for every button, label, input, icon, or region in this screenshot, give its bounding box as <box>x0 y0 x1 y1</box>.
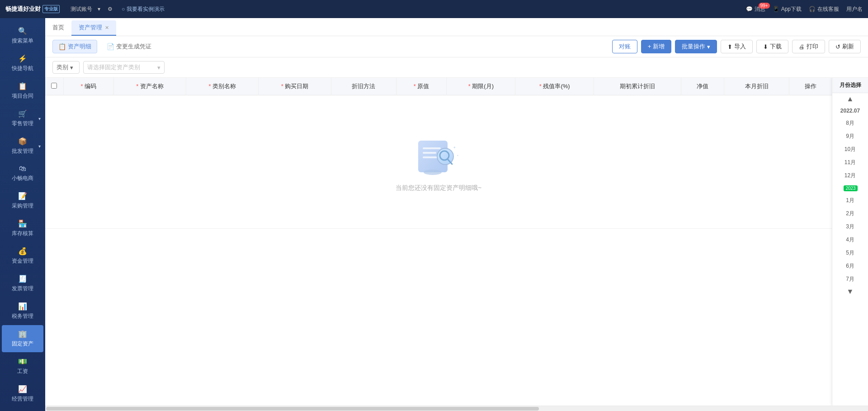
voucher-tab-label: 变更生成凭证 <box>116 43 151 51</box>
sidebar-label-assets: 固定资产 <box>12 340 33 348</box>
month-item-11[interactable]: 11月 <box>832 156 868 169</box>
account-dropdown[interactable]: ▾ <box>98 6 100 12</box>
category-type-select[interactable]: 类别 ▾ <box>52 61 80 74</box>
month-item-1[interactable]: 1月 <box>832 194 868 207</box>
svg-rect-2 <box>423 152 436 154</box>
table-container: 编码 资产名称 类别名称 购买日期 折旧方法 原值 期限(月) 残值率(%) 期… <box>45 78 832 406</box>
app-download-button[interactable]: 📱 App下载 <box>773 5 802 13</box>
empty-text: 当前您还没有固定资产明细哦~ <box>396 184 481 192</box>
sidebar-item-wholesale[interactable]: 📦 批发管理 ▾ <box>2 132 43 160</box>
demo-link[interactable]: ○ 我要看实例演示 <box>122 5 165 13</box>
th-category: 类别名称 <box>186 78 259 95</box>
th-code: 编码 <box>63 78 114 95</box>
duizhang-button[interactable]: 对账 <box>612 40 637 53</box>
print-button[interactable]: 🖨 打印 <box>792 40 825 53</box>
content-area: 📋 资产明细 📄 变更生成凭证 对账 + 新增 批量操作 ▾ ⬆ 导入 <box>45 36 868 411</box>
print-icon: 🖨 <box>799 43 805 50</box>
sidebar-item-purchase[interactable]: 📝 采购管理 <box>2 187 43 214</box>
sidebar-label-operations: 经营管理 <box>12 395 33 403</box>
sidebar-item-salary[interactable]: 💵 工资 <box>2 353 43 380</box>
th-operation: 操作 <box>789 78 832 95</box>
month-item-4[interactable]: 4月 <box>832 233 868 246</box>
tab-bar: 首页 资产管理 ✕ <box>45 18 868 36</box>
month-item-8[interactable]: 8月 <box>832 117 868 130</box>
refresh-icon: ↺ <box>835 43 840 50</box>
sidebar-item-quicknav[interactable]: ⚡ 快捷导航 <box>2 50 43 77</box>
sidebar-item-ecommerce[interactable]: 🛍 小畅电商 <box>2 160 43 187</box>
sub-tabs: 📋 资产明细 📄 变更生成凭证 对账 + 新增 批量操作 ▾ ⬆ 导入 <box>45 36 868 57</box>
sidebar-item-search[interactable]: 🔍 搜索菜单 <box>2 22 43 49</box>
sidebar-label-wholesale: 批发管理 <box>12 147 33 155</box>
message-button[interactable]: 💬 消息 99+ <box>746 5 765 13</box>
add-button[interactable]: + 新增 <box>641 40 671 53</box>
th-original-value: 原值 <box>396 78 447 95</box>
sidebar-item-retail[interactable]: 🛒 零售管理 ▾ <box>2 105 43 132</box>
invoice-icon: 🧾 <box>18 274 27 283</box>
account-name[interactable]: 测试账号 <box>71 5 92 13</box>
th-checkbox <box>45 78 63 95</box>
salary-icon: 💵 <box>18 357 27 366</box>
import-icon: ⬆ <box>727 43 732 50</box>
sidebar-item-tax[interactable]: 📊 税务管理 <box>2 298 43 325</box>
th-depreciation-method: 折旧方法 <box>331 78 396 95</box>
tab-close-icon[interactable]: ✕ <box>105 25 109 31</box>
sidebar-label-finance: 资金管理 <box>12 257 33 265</box>
horizontal-scrollbar[interactable] <box>45 406 868 411</box>
svg-rect-3 <box>423 156 439 158</box>
import-button[interactable]: ⬆ 导入 <box>721 40 753 53</box>
month-item-10[interactable]: 10月 <box>832 143 868 156</box>
select-all-checkbox[interactable] <box>51 83 57 89</box>
sidebar-item-inventory[interactable]: 🏪 库存核算 <box>2 215 43 242</box>
sidebar-label-salary: 工资 <box>17 368 28 375</box>
empty-row: ✦ ✦ 当前您还没有固定资产明细哦~ <box>45 95 832 229</box>
batch-button[interactable]: 批量操作 ▾ <box>675 40 717 53</box>
sidebar-item-finance[interactable]: 💰 资金管理 <box>2 242 43 269</box>
sidebar-item-ledger[interactable]: 📒 总账管理 <box>2 408 43 411</box>
scroll-thumb[interactable] <box>46 407 539 411</box>
month-item-5[interactable]: 5月 <box>832 246 868 260</box>
month-down-button[interactable]: ▼ <box>845 286 856 298</box>
wholesale-icon: 📦 <box>18 137 27 146</box>
sidebar-item-invoice[interactable]: 🧾 发票管理 <box>2 270 43 297</box>
month-item-3[interactable]: 3月 <box>832 220 868 233</box>
tab-assets[interactable]: 资产管理 ✕ <box>71 20 116 36</box>
category-value-select[interactable]: 请选择固定资产类别 ▾ <box>83 61 165 74</box>
message-icon: 💬 <box>746 6 753 12</box>
month-item-12[interactable]: 12月 <box>832 169 868 182</box>
th-name: 资产名称 <box>114 78 186 95</box>
voucher-tab-icon: 📄 <box>107 43 114 50</box>
assets-table: 编码 资产名称 类别名称 购买日期 折旧方法 原值 期限(月) 残值率(%) 期… <box>45 78 832 229</box>
sidebar-label-search: 搜索菜单 <box>12 37 33 45</box>
top-bar: 畅捷通好业财 专业版 测试账号 ▾ ⚙ ○ 我要看实例演示 💬 消息 99+ 📱… <box>0 0 868 18</box>
tab-home[interactable]: 首页 <box>45 20 71 36</box>
month-year-2022[interactable]: 2022.07 <box>832 105 868 117</box>
user-name[interactable]: 用户名 <box>846 5 863 13</box>
month-item-9[interactable]: 9月 <box>832 130 868 143</box>
project-icon: 📋 <box>18 82 27 90</box>
sidebar-item-operations[interactable]: 📈 经营管理 <box>2 380 43 407</box>
refresh-button[interactable]: ↺ 刷新 <box>829 40 861 53</box>
month-year-badge-row: 2023 <box>832 182 868 194</box>
sidebar-label-project: 项目合同 <box>12 92 33 100</box>
sidebar-item-project[interactable]: 📋 项目合同 <box>2 77 43 104</box>
month-up-button[interactable]: ▲ <box>845 93 856 105</box>
month-item-6[interactable]: 6月 <box>832 260 868 273</box>
sub-tab-voucher[interactable]: 📄 变更生成凭证 <box>101 40 157 53</box>
online-service-button[interactable]: 🎧 在线客服 <box>809 5 839 13</box>
inventory-icon: 🏪 <box>18 219 27 228</box>
settings-icon[interactable]: ⚙ <box>108 6 113 12</box>
download-button[interactable]: ⬇ 下载 <box>756 40 788 53</box>
app-logo: 畅捷通好业财 专业版 <box>5 5 60 13</box>
th-period: 期限(月) <box>447 78 515 95</box>
sub-tab-detail[interactable]: 📋 资产明细 <box>52 40 97 53</box>
chevron-down-icon: ▾ <box>38 116 41 121</box>
month-item-2[interactable]: 2月 <box>832 207 868 220</box>
headset-icon: 🎧 <box>809 6 816 12</box>
sidebar: 🔍 搜索菜单 ⚡ 快捷导航 📋 项目合同 🛒 零售管理 ▾ 📦 批发管理 ▾ <box>0 18 45 411</box>
month-item-7[interactable]: 7月 <box>832 273 868 286</box>
operations-icon: 📈 <box>18 385 27 393</box>
batch-dropdown-icon: ▾ <box>707 43 710 50</box>
svg-point-4 <box>424 170 442 175</box>
th-accumulated: 期初累计折旧 <box>594 78 681 95</box>
sidebar-item-assets[interactable]: 🏢 固定资产 <box>2 325 43 352</box>
